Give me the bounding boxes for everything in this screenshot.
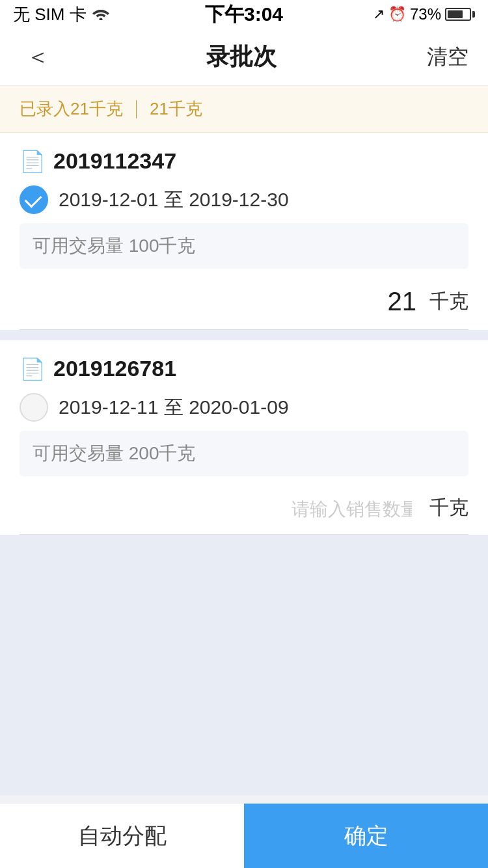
wifi-icon bbox=[92, 5, 110, 25]
batch-doc-icon-1: 📄 bbox=[20, 357, 46, 381]
batch-card-0: 📄 2019112347 2019-12-01 至 2019-12-30 可用交… bbox=[0, 133, 488, 330]
batch-available-1: 可用交易量 200千克 bbox=[20, 431, 468, 476]
back-button[interactable]: ＜ bbox=[20, 34, 56, 79]
info-banner: 已录入21千克 21千克 bbox=[0, 86, 488, 133]
batch-id-0: 2019112347 bbox=[53, 148, 176, 174]
batch-header-0: 📄 2019112347 bbox=[0, 133, 488, 180]
info-value: 21千克 bbox=[150, 98, 202, 120]
time-label: 下午3:04 bbox=[205, 1, 283, 28]
batch-card-1: 📄 2019126781 2019-12-11 至 2020-01-09 可用交… bbox=[0, 340, 488, 535]
nav-bar: ＜ 录批次 清空 bbox=[0, 29, 488, 86]
status-right: ↗ ⏰ 73% bbox=[373, 5, 475, 23]
bottom-bar: 自动分配 确定 bbox=[0, 803, 488, 868]
batch-date-row-1: 2019-12-11 至 2020-01-09 bbox=[0, 388, 488, 431]
battery-icon bbox=[445, 8, 475, 21]
batch-date-0: 2019-12-01 至 2019-12-30 bbox=[59, 187, 289, 213]
batch-input-row-1: 千克 bbox=[0, 487, 488, 534]
status-left: 无 SIM 卡 bbox=[13, 3, 110, 26]
status-bar: 无 SIM 卡 下午3:04 ↗ ⏰ 73% bbox=[0, 0, 488, 29]
clear-button[interactable]: 清空 bbox=[427, 43, 468, 72]
location-icon: ↗ bbox=[373, 6, 385, 23]
batch-quantity-input-1[interactable] bbox=[291, 495, 422, 521]
batch-radio-1[interactable] bbox=[20, 393, 48, 422]
batch-available-0: 可用交易量 100千克 bbox=[20, 223, 468, 269]
batch-value-number-0: 21 bbox=[388, 287, 417, 316]
battery-percent: 73% bbox=[410, 5, 441, 23]
empty-area bbox=[0, 535, 488, 795]
confirm-button[interactable]: 确定 bbox=[244, 804, 488, 868]
alarm-icon: ⏰ bbox=[388, 6, 406, 23]
batch-date-row-0: 2019-12-01 至 2019-12-30 bbox=[0, 180, 488, 223]
batch-value-display-0: 21 千克 bbox=[0, 279, 488, 329]
batch-unit-1: 千克 bbox=[429, 495, 468, 521]
carrier-label: 无 SIM 卡 bbox=[13, 3, 87, 26]
auto-distribute-button[interactable]: 自动分配 bbox=[0, 804, 244, 868]
batch-date-1: 2019-12-11 至 2020-01-09 bbox=[59, 394, 289, 421]
batch-doc-icon-0: 📄 bbox=[20, 149, 46, 174]
batch-id-1: 2019126781 bbox=[53, 356, 176, 381]
content: 📄 2019112347 2019-12-01 至 2019-12-30 可用交… bbox=[0, 133, 488, 860]
batch-radio-0[interactable] bbox=[20, 185, 48, 214]
batch-header-1: 📄 2019126781 bbox=[0, 340, 488, 388]
batch-value-unit-0: 千克 bbox=[429, 288, 468, 315]
section-divider bbox=[0, 330, 488, 340]
svg-point-0 bbox=[99, 18, 102, 20]
info-divider bbox=[136, 100, 137, 118]
info-recorded-label: 已录入21千克 bbox=[20, 98, 123, 120]
page-title: 录批次 bbox=[206, 41, 277, 73]
